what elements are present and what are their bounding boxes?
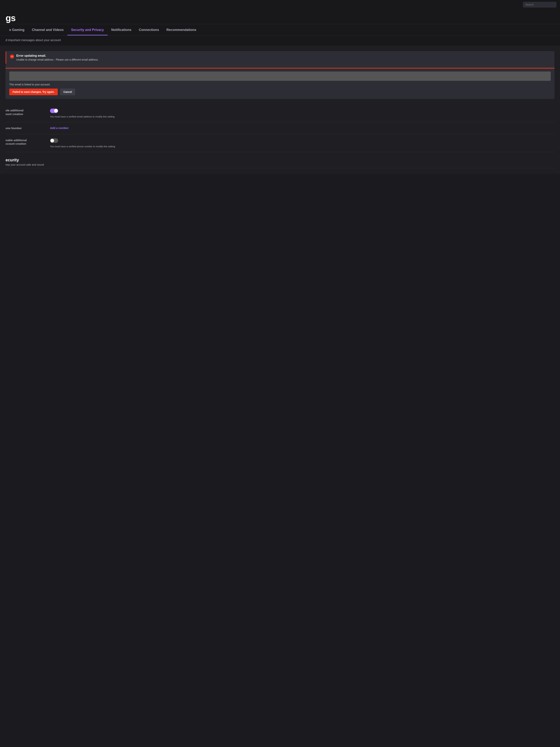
toggle-additional-account[interactable] [50,108,58,113]
error-icon [10,54,14,58]
tab-notifications[interactable]: Notifications [108,25,135,35]
orange-bar [5,68,555,69]
error-banner: Error updating email. Unable to change e… [5,51,555,64]
toggle-phone-account[interactable] [50,138,58,143]
email-input-area [9,72,551,81]
email-linked-text: This email is linked to your account. [9,83,551,86]
email-input[interactable] [9,72,551,81]
setting-label-2: one Number [5,126,46,130]
page-title-area: gs [0,9,560,23]
tab-connections[interactable]: Connections [135,25,163,35]
main-content: Error updating email. Unable to change e… [0,46,560,174]
setting-desc-3: You must have a verified phone number to… [50,145,555,148]
nav-tabs: e Gaming Channel and Videos Security and… [0,25,560,35]
email-actions: Failed to save changes. Try again. Cance… [9,88,551,95]
tab-recommendations[interactable]: Recommendations [163,25,200,35]
security-heading: ecurity [5,158,555,162]
security-subheading: eep your account safe and sound [5,163,555,166]
toggle-track-3 [50,138,58,143]
save-failed-button[interactable]: Failed to save changes. Try again. [9,88,58,95]
page-subtitle: d important messages about your account [0,35,560,46]
setting-label-1: ole additionalount creation [5,108,46,116]
setting-label-area-3: nable additionalccount creation [5,138,46,146]
tab-gaming[interactable]: e Gaming [5,25,28,35]
setting-row-additional-account: ole additionalount creation You must hav… [5,104,555,122]
add-number-link[interactable]: Add a number [50,126,69,129]
setting-row-phone-account: nable additionalccount creation You must… [5,134,555,152]
toggle-thumb-3 [50,139,54,143]
setting-desc-1: You must have a verified email address t… [50,115,555,118]
error-message: Unable to change email address - Please … [16,58,98,61]
setting-control-area-1: You must have a verified email address t… [50,108,555,118]
security-heading-area: ecurity eep your account safe and sound [5,158,555,168]
cancel-button[interactable]: Cancel [60,88,75,95]
settings-section: ole additionalount creation You must hav… [5,104,555,152]
tab-security[interactable]: Security and Privacy [68,25,108,35]
page-title: gs [5,13,555,23]
setting-control-area-2: Add a number [50,126,555,130]
error-content: Error updating email. Unable to change e… [16,54,98,61]
email-section: This email is linked to your account. Fa… [5,64,555,99]
toggle-track-1 [50,108,58,113]
setting-label-area-1: ole additionalount creation [5,108,46,116]
tab-channel[interactable]: Channel and Videos [28,25,68,35]
setting-control-area-3: You must have a verified phone number to… [50,138,555,148]
top-bar [0,0,560,9]
setting-row-phone-number: one Number Add a number [5,122,555,134]
setting-label-3: nable additionalccount creation [5,138,46,146]
search-input[interactable] [523,2,556,7]
toggle-thumb-1 [54,109,58,113]
setting-label-area-2: one Number [5,126,46,130]
error-title: Error updating email. [16,54,98,57]
